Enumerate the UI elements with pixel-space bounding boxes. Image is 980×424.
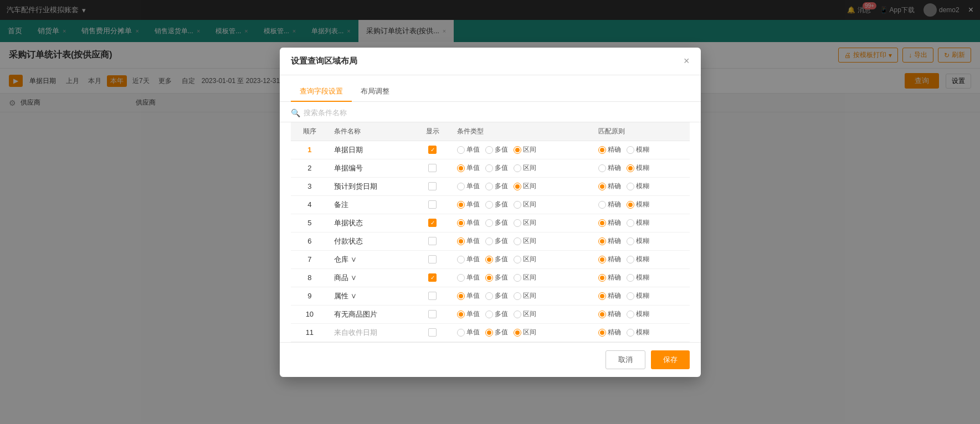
type-option-single[interactable]: 单值 bbox=[457, 218, 480, 227]
display-checkbox[interactable] bbox=[428, 273, 437, 282]
match-option-fuzzy[interactable]: 模糊 bbox=[627, 200, 649, 209]
match-option-exact[interactable]: 精确 bbox=[598, 273, 621, 282]
type-option-range[interactable]: 区间 bbox=[514, 291, 536, 301]
row-type[interactable]: 单值多值区间 bbox=[451, 305, 593, 323]
row-type[interactable]: 单值多值区间 bbox=[451, 268, 593, 287]
row-type[interactable]: 单值多值区间 bbox=[451, 323, 593, 342]
type-option-multi[interactable]: 多值 bbox=[485, 200, 508, 209]
match-option-exact[interactable]: 精确 bbox=[598, 200, 621, 209]
row-display[interactable] bbox=[413, 195, 451, 214]
type-option-range[interactable]: 区间 bbox=[514, 273, 536, 282]
type-option-multi[interactable]: 多值 bbox=[485, 218, 508, 227]
match-option-fuzzy[interactable]: 模糊 bbox=[627, 328, 649, 337]
row-type[interactable]: 单值多值区间 bbox=[451, 195, 593, 214]
match-option-fuzzy[interactable]: 模糊 bbox=[627, 145, 649, 154]
match-option-fuzzy[interactable]: 模糊 bbox=[627, 218, 649, 227]
match-option-exact[interactable]: 精确 bbox=[598, 145, 621, 154]
type-option-multi[interactable]: 多值 bbox=[485, 328, 508, 337]
match-option-exact[interactable]: 精确 bbox=[598, 255, 621, 264]
match-option-fuzzy[interactable]: 模糊 bbox=[627, 182, 649, 191]
type-option-single[interactable]: 单值 bbox=[457, 145, 480, 154]
display-checkbox[interactable] bbox=[428, 182, 437, 190]
row-match[interactable]: 精确模糊 bbox=[593, 268, 690, 287]
row-match[interactable]: 精确模糊 bbox=[593, 305, 690, 323]
type-option-single[interactable]: 单值 bbox=[457, 291, 480, 301]
type-option-range[interactable]: 区间 bbox=[514, 255, 536, 264]
type-option-multi[interactable]: 多值 bbox=[485, 309, 508, 319]
row-display[interactable] bbox=[413, 323, 451, 342]
type-option-multi[interactable]: 多值 bbox=[485, 255, 508, 264]
type-option-range[interactable]: 区间 bbox=[514, 182, 536, 191]
search-input[interactable] bbox=[304, 108, 690, 117]
row-display[interactable] bbox=[413, 250, 451, 268]
row-match[interactable]: 精确模糊 bbox=[593, 195, 690, 214]
cancel-button[interactable]: 取消 bbox=[606, 350, 645, 369]
type-option-range[interactable]: 区间 bbox=[514, 309, 536, 319]
match-option-exact[interactable]: 精确 bbox=[598, 328, 621, 337]
match-option-exact[interactable]: 精确 bbox=[598, 291, 621, 301]
row-type[interactable]: 单值多值区间 bbox=[451, 232, 593, 250]
match-option-fuzzy[interactable]: 模糊 bbox=[627, 309, 649, 319]
save-button[interactable]: 保存 bbox=[651, 350, 690, 369]
row-display[interactable] bbox=[413, 232, 451, 250]
row-type[interactable]: 单值多值区间 bbox=[451, 159, 593, 177]
dialog-close-button[interactable]: × bbox=[684, 55, 690, 67]
match-option-fuzzy[interactable]: 模糊 bbox=[627, 163, 649, 173]
row-type[interactable]: 单值多值区间 bbox=[451, 250, 593, 268]
row-type[interactable]: 单值多值区间 bbox=[451, 287, 593, 305]
display-checkbox[interactable] bbox=[428, 219, 437, 227]
row-display[interactable] bbox=[413, 159, 451, 177]
match-option-fuzzy[interactable]: 模糊 bbox=[627, 273, 649, 282]
row-match[interactable]: 精确模糊 bbox=[593, 214, 690, 232]
type-option-range[interactable]: 区间 bbox=[514, 218, 536, 227]
type-option-range[interactable]: 区间 bbox=[514, 236, 536, 246]
row-display[interactable] bbox=[413, 287, 451, 305]
type-option-range[interactable]: 区间 bbox=[514, 328, 536, 337]
row-match[interactable]: 精确模糊 bbox=[593, 323, 690, 342]
type-option-multi[interactable]: 多值 bbox=[485, 182, 508, 191]
type-option-multi[interactable]: 多值 bbox=[485, 163, 508, 173]
type-option-single[interactable]: 单值 bbox=[457, 309, 480, 319]
match-option-exact[interactable]: 精确 bbox=[598, 236, 621, 246]
row-type[interactable]: 单值多值区间 bbox=[451, 177, 593, 195]
type-option-range[interactable]: 区间 bbox=[514, 145, 536, 154]
type-option-single[interactable]: 单值 bbox=[457, 236, 480, 246]
type-option-multi[interactable]: 多值 bbox=[485, 236, 508, 246]
type-option-single[interactable]: 单值 bbox=[457, 200, 480, 209]
display-checkbox[interactable] bbox=[428, 164, 437, 172]
display-checkbox[interactable] bbox=[428, 255, 437, 263]
type-option-multi[interactable]: 多值 bbox=[485, 273, 508, 282]
match-option-exact[interactable]: 精确 bbox=[598, 218, 621, 227]
row-type[interactable]: 单值多值区间 bbox=[451, 214, 593, 232]
match-option-fuzzy[interactable]: 模糊 bbox=[627, 255, 649, 264]
row-display[interactable] bbox=[413, 214, 451, 232]
display-checkbox[interactable] bbox=[428, 292, 437, 300]
type-option-single[interactable]: 单值 bbox=[457, 255, 480, 264]
tab-query-fields[interactable]: 查询字段设置 bbox=[291, 82, 352, 102]
row-match[interactable]: 精确模糊 bbox=[593, 287, 690, 305]
display-checkbox[interactable] bbox=[428, 328, 437, 337]
type-option-multi[interactable]: 多值 bbox=[485, 145, 508, 154]
row-match[interactable]: 精确模糊 bbox=[593, 250, 690, 268]
display-checkbox[interactable] bbox=[428, 237, 437, 245]
type-option-single[interactable]: 单值 bbox=[457, 182, 480, 191]
row-display[interactable] bbox=[413, 305, 451, 323]
row-type[interactable]: 单值多值区间 bbox=[451, 141, 593, 159]
row-display[interactable] bbox=[413, 177, 451, 195]
match-option-exact[interactable]: 精确 bbox=[598, 163, 621, 173]
row-display[interactable] bbox=[413, 268, 451, 287]
type-option-single[interactable]: 单值 bbox=[457, 273, 480, 282]
match-option-fuzzy[interactable]: 模糊 bbox=[627, 236, 649, 246]
match-option-exact[interactable]: 精确 bbox=[598, 309, 621, 319]
type-option-single[interactable]: 单值 bbox=[457, 163, 480, 173]
match-option-exact[interactable]: 精确 bbox=[598, 182, 621, 191]
type-option-multi[interactable]: 多值 bbox=[485, 291, 508, 301]
type-option-range[interactable]: 区间 bbox=[514, 163, 536, 173]
row-match[interactable]: 精确模糊 bbox=[593, 141, 690, 159]
row-match[interactable]: 精确模糊 bbox=[593, 177, 690, 195]
display-checkbox[interactable] bbox=[428, 310, 437, 318]
type-option-range[interactable]: 区间 bbox=[514, 200, 536, 209]
row-display[interactable] bbox=[413, 141, 451, 159]
row-match[interactable]: 精确模糊 bbox=[593, 232, 690, 250]
match-option-fuzzy[interactable]: 模糊 bbox=[627, 291, 649, 301]
